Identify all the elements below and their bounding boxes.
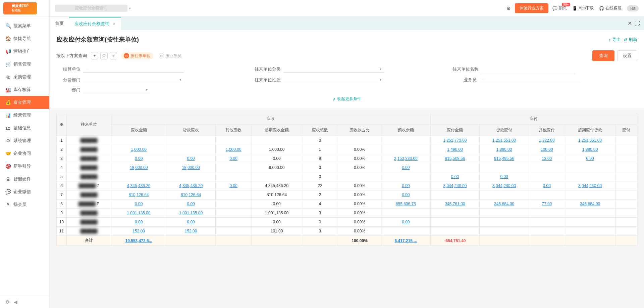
partner-name-input[interactable] [481,65,575,73]
settlement-unit-input[interactable]: ··· [83,66,184,73]
cell[interactable]: 3,044,240.00 [480,181,529,190]
tab-close-window-icon[interactable]: ✕ [628,20,632,27]
user-avatar[interactable]: Rit [627,5,639,11]
sidebar-item-search[interactable]: 🔍搜索菜单 [0,19,49,32]
filter-plan-salesperson[interactable]: ⊙ 按业务员 [156,52,184,59]
filter-settings-button[interactable]: ⊙ [100,52,108,59]
cell[interactable]: 345,684.00 [480,200,529,209]
cell[interactable]: 0.00 [215,154,252,163]
sidebar-item-marketing[interactable]: 📢营销推广 [0,45,49,58]
cell[interactable]: 810,126.64 [166,190,216,200]
sidebar-item-guide[interactable]: 🎯新手引导 [0,160,49,173]
cell[interactable]: 2,153,333.00 [381,154,431,163]
topbar-settings-icon[interactable]: ⚙ [506,6,511,11]
tab-receivable-query[interactable]: 应收应付余额查询 ✕ [69,17,121,30]
sidebar-item-base[interactable]: 🗂基础信息 [0,122,49,134]
cell[interactable]: 0.00 [111,218,166,227]
cell[interactable]: 0.00 [381,190,431,200]
message-button[interactable]: 💬 消息 99+ [552,5,567,11]
partner-category-input[interactable]: ▾ [283,66,384,73]
sidebar-item-operations[interactable]: 📊经营管理 [0,109,49,122]
refresh-button[interactable]: ↺ 刷新 [624,37,637,43]
partner-nature-input[interactable]: ▾ [283,77,384,83]
tab-close-icon[interactable]: ✕ [113,22,115,26]
export-button[interactable]: ↑ 导出 [609,37,621,43]
cell[interactable]: 152.00 [111,227,166,236]
sidebar-item-collab[interactable]: 🤝企业协同 [0,147,49,160]
total-label-cell [57,236,67,246]
cell[interactable]: 0.00 [111,200,166,209]
cell[interactable]: 0.00 [215,181,252,190]
cell[interactable]: 0.00 [381,218,431,227]
sidebar-item-warehouse[interactable]: 🏭库存核算 [0,83,49,96]
filter-plan-partner[interactable]: ⊙ 按往来单位 [121,52,153,59]
sidebar-item-hardware[interactable]: 🖥智能硬件 [0,173,49,185]
table-payable-group-th: 应付 [430,113,637,125]
cell[interactable]: 3,044,240.00 [565,181,615,190]
cell[interactable]: 1,251,551.00 [565,136,615,145]
cell[interactable]: 0.00 [381,181,431,190]
cell [529,218,565,227]
cell[interactable]: 1,000.00 [215,145,252,154]
cell[interactable]: 1,222.00 [529,136,565,145]
th-pay-extra: 应付 [615,125,637,136]
sidebar-item-finance[interactable]: 💰资金管理 [0,96,49,109]
cell[interactable]: 152.00 [166,227,216,236]
total-recv-prepaid[interactable]: 6,417,215.... [381,236,431,246]
cell[interactable]: 18,000.00 [111,163,166,172]
tab-home[interactable]: 首页 [50,17,69,30]
salesperson-input[interactable]: ··· [479,77,580,83]
cell[interactable]: 0.00 [430,172,480,181]
sidebar-item-sales[interactable]: 🛒销售管理 [0,58,49,71]
sidebar-item-system[interactable]: ⚙系统管理 [0,134,49,147]
cell[interactable]: 0.00 [381,163,431,172]
cell[interactable]: 100.00 [529,145,565,154]
cell[interactable]: 1,251,551.00 [480,136,529,145]
total-recv-amt[interactable]: 19,553,472.6... [111,236,166,246]
cell[interactable]: 3,044,240.00 [430,181,480,190]
filter-add-button[interactable]: + [91,52,98,59]
cell[interactable]: 0.00 [166,154,216,163]
sidebar-item-wechat[interactable]: 💬企业微信 [0,185,49,198]
tab-maximize-icon[interactable]: ⛶ [635,20,640,27]
dept-manager-input[interactable]: ▾ [83,77,184,83]
cell[interactable]: 0.00 [565,154,615,163]
cell[interactable]: 0.00 [111,154,166,163]
cell[interactable]: 915,508.56 [430,154,480,163]
cell[interactable]: 1,390.00 [565,145,615,154]
online-service-button[interactable]: 🎧 在线客服 [599,5,622,11]
cell[interactable]: 1,252,773.00 [430,136,480,145]
cell[interactable]: 1,001,135.00 [166,209,216,218]
table-settings-th[interactable]: ⚙ [57,113,67,136]
cell[interactable]: 0.00 [166,200,216,209]
cell[interactable]: 1,000.00 [111,145,166,154]
cell[interactable]: 0.00 [480,172,529,181]
cell[interactable]: 4,345,436.20 [111,181,166,190]
cell[interactable]: 13.00 [529,154,565,163]
app-download-button[interactable]: 📱 App下载 [572,5,594,11]
dept-input[interactable]: ▾ [83,87,150,93]
sidebar-item-quicknav[interactable]: 🏠快捷导航 [0,32,49,45]
cell[interactable]: 0.00 [166,218,216,227]
sidebar-bottom-collapse-icon[interactable]: ◀ [14,299,17,305]
filter-collapse-button[interactable]: « [110,52,117,59]
cell[interactable]: 1,001,135.00 [111,209,166,218]
cell[interactable]: 810,126.64 [111,190,166,200]
cell[interactable]: 1,390.00 [480,145,529,154]
cell[interactable]: 18,000.00 [166,163,216,172]
promo-button[interactable]: 体验行业方案 [515,3,548,13]
cell[interactable]: 655,636.75 [381,200,431,209]
cell[interactable]: 345,761.00 [430,200,480,209]
cell[interactable]: 915,495.56 [480,154,529,163]
sidebar-bottom-settings-icon[interactable]: ⚙ [5,299,10,305]
sidebar-item-member[interactable]: ⊻畅会员 [0,198,49,211]
cell[interactable]: 77.00 [529,200,565,209]
sidebar-item-purchase[interactable]: 🛍采购管理 [0,71,49,83]
filter-collapse-button[interactable]: ∧ 收起更多条件 [56,93,637,104]
query-button[interactable]: 查询 [592,50,614,61]
settings-button[interactable]: 设置 [617,50,637,61]
cell[interactable]: 0.00 [529,181,565,190]
cell[interactable]: 4,345,436.20 [166,181,216,190]
cell[interactable]: 345,684.00 [565,200,615,209]
cell[interactable]: 1,490.00 [430,145,480,154]
